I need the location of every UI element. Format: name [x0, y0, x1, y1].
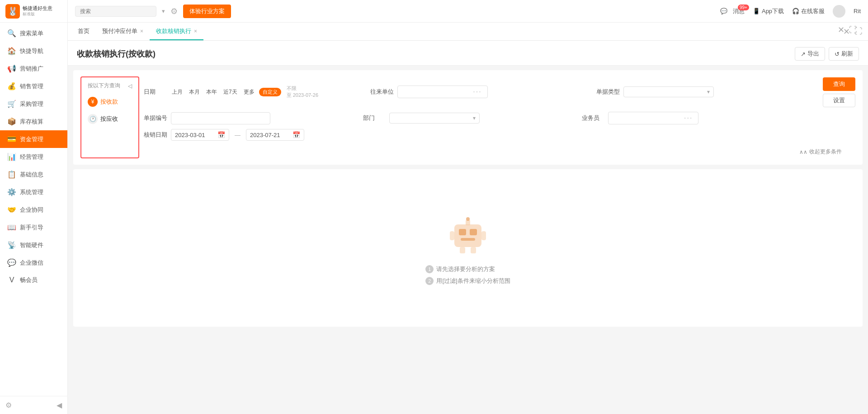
collection-icon: ¥ [88, 97, 98, 107]
chevron-down-icon[interactable]: ▾ [162, 8, 165, 14]
topbar: ▾ ⚙ 体验行业方案 💬 99+ 消息 📱 App下载 🎧 在线客服 Rit [68, 0, 868, 23]
message-icon-wrap[interactable]: 💬 99+ 消息 [720, 7, 745, 15]
date-custom[interactable]: 自定义 [259, 88, 281, 96]
writeoff-start-input[interactable] [175, 132, 216, 138]
counterpart-label: 往来单位 [370, 88, 394, 96]
sidebar-item-search-menu[interactable]: 🔍搜索菜单 [0, 24, 67, 42]
collapse-sidebar-icon[interactable]: ◀ [57, 401, 62, 409]
sidebar-item-business[interactable]: 📊经营管理 [0, 148, 67, 166]
refresh-button[interactable]: ↺ 刷新 [829, 47, 859, 61]
svg-rect-0 [454, 224, 481, 247]
writeoff-end-wrap: 📅 [246, 129, 304, 141]
counterpart-input[interactable]: ··· [397, 86, 488, 98]
svg-rect-7 [481, 231, 486, 240]
sidebar-item-sales[interactable]: 💰销售管理 [0, 77, 67, 95]
sidebar-item-quick-nav[interactable]: 🏠快捷导航 [0, 42, 67, 60]
solution-button[interactable]: 体验行业方案 [183, 5, 231, 18]
home-tab-label: 首页 [78, 27, 90, 35]
sidebar-item-guide[interactable]: 📖新手引导 [0, 219, 67, 236]
search-input[interactable] [75, 6, 156, 17]
inventory-icon: 📦 [7, 117, 16, 126]
sidebar-item-finance[interactable]: 💳资金管理 [0, 130, 67, 148]
empty-tip-2: 2 用[过滤]条件来缩小分析范围 [425, 277, 510, 285]
settings-icon[interactable]: ⚙ [5, 401, 12, 409]
date-label: 日期 [144, 88, 166, 96]
online-service-link[interactable]: 🎧 在线客服 [792, 7, 825, 15]
salesperson-field: 业务员 ··· [582, 112, 795, 124]
sidebar-item-inventory[interactable]: 📦库存核算 [0, 113, 67, 130]
collab-icon: 🤝 [7, 205, 16, 214]
tab-close-collection[interactable]: × [194, 28, 197, 34]
docno-input[interactable] [171, 112, 270, 124]
calendar-end-icon[interactable]: 📅 [292, 131, 300, 138]
tab-label-collection: 收款核销执行 [156, 27, 191, 35]
sidebar-footer: ⚙ ◀ [0, 396, 67, 414]
svg-rect-2 [470, 229, 477, 235]
empty-tips: 1 请先选择要分析的方案 2 用[过滤]条件来缩小分析范围 [425, 265, 510, 285]
counterpart-field: 往来单位 ··· [370, 86, 590, 98]
counterpart-more-icon[interactable]: ··· [471, 88, 483, 96]
doctype-field: 单据类型 ▾ [596, 86, 816, 97]
system-label: 系统管理 [20, 188, 43, 196]
date-7days[interactable]: 近7天 [222, 87, 239, 97]
collab-label: 企业协同 [20, 206, 43, 214]
query-button[interactable]: 查询 [823, 77, 855, 91]
by-receivable-label: 按应收 [100, 115, 118, 123]
writeoff-date-field: 核销日期 📅 — 📅 [144, 129, 855, 141]
purchase-icon: 🛒 [7, 100, 16, 108]
setting-button[interactable]: 设置 [823, 94, 855, 107]
system-icon: ⚙️ [7, 188, 16, 196]
date-this-year[interactable]: 本年 [204, 87, 219, 97]
dept-field: 部门 ▾ [363, 113, 576, 124]
sidebar-item-vip[interactable]: V畅会员 [0, 271, 67, 289]
page-content: 收款核销执行(按收款) ↗ 导出 ↺ 刷新 按以下方查询 ◁ [68, 41, 868, 414]
doctype-select[interactable]: ▾ [623, 86, 714, 97]
calendar-start-icon[interactable]: 📅 [217, 131, 225, 138]
sidebar-item-marketing[interactable]: 📢营销推广 [0, 60, 67, 77]
writeoff-end-input[interactable] [250, 132, 291, 138]
page-title: 收款核销执行(按收款) [77, 48, 156, 59]
sidebar-item-system[interactable]: ⚙️系统管理 [0, 183, 67, 201]
date-more[interactable]: 更多 [242, 87, 256, 97]
tab-home[interactable]: 首页 [71, 23, 96, 40]
settings-gear-icon[interactable]: ⚙ [170, 6, 178, 16]
guide-label: 新手引导 [20, 224, 43, 232]
logo-sub: 标准版 [23, 11, 52, 17]
filter-by-collection[interactable]: ¥ 按收款 [81, 93, 138, 110]
purchase-label: 采购管理 [20, 100, 43, 108]
sidebar-item-wechat[interactable]: 💬企业微信 [0, 254, 67, 271]
export-button[interactable]: ↗ 导出 [795, 47, 825, 61]
doctype-arrow-icon: ▾ [707, 89, 710, 95]
app-download-link[interactable]: 📱 App下载 [753, 7, 784, 15]
headset-icon: 🎧 [792, 8, 799, 14]
sidebar-item-purchase[interactable]: 🛒采购管理 [0, 95, 67, 113]
collapse-more[interactable]: ∧∧ 收起更多条件 [144, 145, 855, 158]
date-last-month[interactable]: 上月 [170, 87, 184, 97]
refresh-label: 刷新 [841, 50, 853, 58]
date-this-month[interactable]: 本月 [187, 87, 202, 97]
quick-nav-icon: 🏠 [7, 47, 16, 55]
sidebar-item-collab[interactable]: 🤝企业协同 [0, 201, 67, 219]
svg-rect-1 [459, 229, 466, 235]
svg-rect-6 [450, 231, 454, 240]
sidebar-nav: 🔍搜索菜单🏠快捷导航📢营销推广💰销售管理🛒采购管理📦库存核算💳资金管理📊经营管理… [0, 23, 67, 396]
search-menu-icon: 🔍 [7, 29, 16, 38]
dept-select[interactable]: ▾ [389, 113, 480, 124]
close-window-icon[interactable]: ✕ [838, 25, 844, 35]
guide-icon: 📖 [7, 223, 16, 232]
hardware-icon: 📡 [7, 241, 16, 249]
chevron-up-icon: ∧∧ [799, 149, 807, 155]
filter-by-receivable[interactable]: 🕐 按应收 [81, 110, 138, 128]
sidebar-item-basic-info[interactable]: 📋基础信息 [0, 166, 67, 183]
tab-prepay[interactable]: 预付冲应付单× [96, 23, 150, 40]
receivable-icon: 🕐 [88, 114, 98, 124]
salesperson-more-icon[interactable]: ··· [682, 114, 694, 122]
salesperson-input[interactable]: ··· [608, 112, 698, 124]
avatar[interactable] [833, 5, 845, 18]
empty-state: 1 请先选择要分析的方案 2 用[过滤]条件来缩小分析范围 [79, 175, 857, 321]
expand-icon[interactable]: ⛶ [849, 25, 857, 35]
tab-close-prepay[interactable]: × [140, 28, 143, 34]
sidebar-item-hardware[interactable]: 📡智能硬件 [0, 236, 67, 254]
tab-collection[interactable]: 收款核销执行× [150, 23, 203, 40]
filter-collapse-icon[interactable]: ◁ [128, 83, 132, 89]
